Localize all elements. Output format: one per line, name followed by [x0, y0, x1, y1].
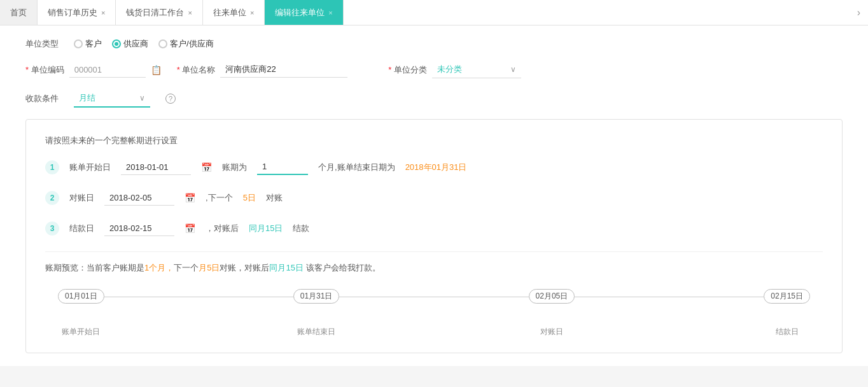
payment-terms-value: 月结	[79, 92, 134, 104]
tab-cash-reconcile[interactable]: 钱货日清工作台 ×	[116, 0, 202, 25]
step-3-row: 3 结款日 📅 ，对账后 同月15日 结款	[45, 221, 823, 236]
step-1-num: 1	[45, 160, 59, 174]
radio-customer-circle	[74, 39, 83, 48]
tab-edit-counterparty-close[interactable]: ×	[328, 9, 332, 17]
unit-code-icon[interactable]: 📋	[151, 65, 162, 75]
step-1-row: 1 账单开始日 📅 账期为 个月,账单结束日期为 2018年01月31日	[45, 159, 823, 175]
step-3-label: 结款日	[69, 223, 94, 234]
timeline-point-4: 02月15日 结款日	[764, 289, 810, 337]
expand-button[interactable]: ›	[850, 0, 868, 25]
radio-supplier[interactable]: 供应商	[112, 38, 148, 50]
timeline-label-4: 结款日	[776, 327, 799, 337]
step-2-desc-prefix: ,下一个	[206, 192, 233, 204]
timeline-point-3: 02月05日 对账日	[529, 289, 575, 337]
step-2-desc-suffix: 对账	[266, 192, 283, 204]
step-2-label: 对账日	[69, 192, 94, 204]
unit-category-value: 未分类	[437, 64, 505, 75]
unit-type-row: 单位类型 客户 供应商 客户/供应商	[25, 38, 843, 50]
step-3-date-input[interactable]	[104, 221, 174, 236]
payment-terms-arrow: ∨	[139, 94, 145, 102]
radio-supplier-circle	[112, 39, 121, 48]
tab-counterparty-close[interactable]: ×	[250, 9, 254, 17]
tab-sales-history[interactable]: 销售订单历史 ×	[38, 0, 116, 25]
step-3-desc-suffix: 结款	[293, 223, 309, 234]
panel-title: 请按照未来的一个完整帐期进行设置	[45, 135, 823, 146]
radio-both-circle	[158, 39, 167, 48]
tab-edit-counterparty[interactable]: 编辑往来单位 ×	[265, 0, 343, 25]
step-1-desc-prefix: 账期为	[222, 162, 247, 173]
tab-sales-history-label: 销售订单历史	[48, 7, 97, 18]
unit-type-label: 单位类型	[25, 38, 59, 50]
preview-reconcile: 月5日	[199, 263, 220, 272]
radio-supplier-label: 供应商	[123, 38, 148, 50]
timeline-label-2: 账单结束日	[297, 327, 335, 337]
step-3-num: 3	[45, 222, 59, 236]
unit-category-dropdown[interactable]: 未分类 ∨	[432, 61, 521, 78]
unit-name-group: 单位名称	[177, 62, 348, 78]
step-2-highlight1: 5日	[243, 192, 256, 204]
unit-code-input[interactable]	[69, 62, 146, 78]
timeline-points: 01月01日 账单开始日 01月31日 账单结束日 02月05日 对账日	[58, 289, 810, 337]
timeline-label-1: 账单开始日	[62, 327, 100, 337]
tab-cash-reconcile-close[interactable]: ×	[188, 9, 192, 17]
tab-home[interactable]: 首页	[0, 0, 38, 25]
tab-cash-reconcile-label: 钱货日清工作台	[126, 7, 184, 18]
tab-counterparty[interactable]: 往来单位 ×	[203, 0, 265, 25]
unit-name-label: 单位名称	[177, 64, 216, 76]
unit-code-label: 单位编码	[25, 64, 64, 76]
help-icon[interactable]: ?	[165, 94, 176, 104]
unit-code-name-row: 单位编码 📋 单位名称 单位分类 未分类 ∨	[25, 61, 843, 78]
radio-customer-label: 客户	[85, 38, 102, 50]
tab-home-label: 首页	[10, 7, 27, 18]
step-1-date-input[interactable]	[121, 160, 191, 175]
radio-both[interactable]: 客户/供应商	[158, 38, 214, 50]
step-2-row: 2 对账日 📅 ,下一个 5日 对账	[45, 190, 823, 206]
payment-terms-row: 收款条件 月结 ∨ ?	[25, 90, 843, 108]
preview-mid: 下一个	[174, 263, 199, 272]
timeline-point-2: 01月31日 账单结束日	[293, 289, 340, 337]
preview-prefix: 账期预览：当前客户账期是	[45, 263, 144, 272]
preview-payment: 同月15日	[269, 263, 303, 272]
unit-name-input[interactable]	[220, 62, 347, 78]
unit-code-group: 单位编码 📋	[25, 62, 162, 78]
preview-text: 账期预览：当前客户账期是1个月，下一个月5日对账，对账后同月15日 该客户会给我…	[45, 262, 823, 274]
payment-terms-label: 收款条件	[25, 93, 59, 104]
timeline-badge-1: 01月01日	[58, 289, 104, 304]
main-content: 单位类型 客户 供应商 客户/供应商 单位编码 📋 单位名称	[0, 25, 868, 366]
preview-mid2: 对账，对账后	[220, 263, 269, 272]
step-3-highlight2: 同月15日	[249, 223, 283, 234]
step-3-cal-icon[interactable]: 📅	[185, 223, 195, 234]
step-2-cal-icon[interactable]: 📅	[185, 193, 195, 203]
preview-period: 1个月，	[144, 263, 174, 272]
timeline: 01月01日 账单开始日 01月31日 账单结束日 02月05日 对账日	[45, 289, 823, 337]
payment-terms-dropdown[interactable]: 月结 ∨	[74, 90, 150, 108]
step-1-cal-icon[interactable]: 📅	[201, 162, 212, 172]
step-2-date-input[interactable]	[104, 190, 174, 206]
tab-edit-counterparty-label: 编辑往来单位	[275, 7, 325, 18]
tab-sales-history-close[interactable]: ×	[101, 9, 105, 17]
step-1-label: 账单开始日	[69, 162, 111, 173]
radio-customer[interactable]: 客户	[74, 38, 102, 50]
settings-panel: 请按照未来的一个完整帐期进行设置 1 账单开始日 📅 账期为 个月,账单结束日期…	[25, 119, 843, 353]
timeline-point-1: 01月01日 账单开始日	[58, 289, 104, 337]
preview-suffix: 该客户会给我打款。	[306, 263, 381, 272]
unit-category-arrow: ∨	[510, 65, 516, 74]
step-3-desc-prefix: ，对账后	[206, 223, 239, 234]
timeline-badge-2: 01月31日	[293, 289, 340, 304]
step-1-period-input[interactable]	[257, 159, 308, 175]
unit-category-label: 单位分类	[388, 64, 427, 76]
step-2-num: 2	[45, 191, 59, 205]
step-1-desc-suffix: 个月,账单结束日期为	[318, 162, 395, 173]
unit-type-radio-group: 客户 供应商 客户/供应商	[74, 38, 214, 50]
timeline-badge-3: 02月05日	[529, 289, 575, 304]
tab-counterparty-label: 往来单位	[213, 7, 246, 18]
unit-category-group: 单位分类 未分类 ∨	[388, 61, 521, 78]
radio-both-label: 客户/供应商	[170, 38, 214, 50]
step-1-end-date: 2018年01月31日	[405, 162, 467, 173]
timeline-label-3: 对账日	[540, 327, 563, 337]
preview-section: 账期预览：当前客户账期是1个月，下一个月5日对账，对账后同月15日 该客户会给我…	[45, 251, 823, 337]
tab-bar: 首页 销售订单历史 × 钱货日清工作台 × 往来单位 × 编辑往来单位 × ›	[0, 0, 868, 25]
timeline-badge-4: 02月15日	[764, 289, 810, 304]
